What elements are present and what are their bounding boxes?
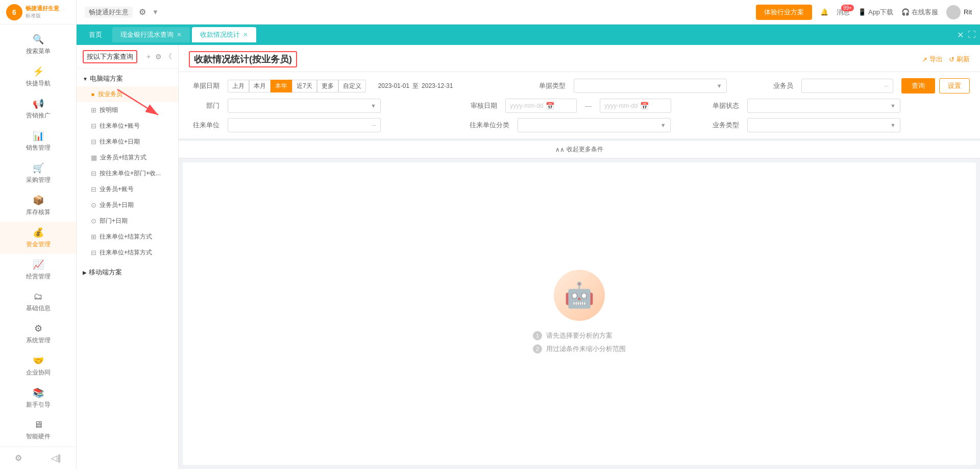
user-info[interactable]: Rit — [946, 5, 972, 19]
topbar-actions: 🔔 99+ 消息 📱 App下载 🎧 在线客服 Rit — [820, 5, 972, 19]
tab-maximize-icon[interactable]: ⛶ — [968, 30, 976, 39]
tab-collection-stat-close[interactable]: ✕ — [243, 31, 248, 38]
scheme-item-partner-settle1[interactable]: ⊞ 往来单位+结算方式 — [77, 229, 178, 245]
quicknav-icon: ⚡ — [33, 66, 44, 77]
scheme-item-detail[interactable]: ⊞ 按明细 — [77, 102, 178, 118]
sales-icon: 📊 — [33, 130, 44, 142]
partner-more-icon: ··· — [372, 122, 376, 128]
tab-collection-stat[interactable]: 收款情况统计 ✕ — [192, 27, 256, 42]
topbar-left: 畅捷通好生意 ⚙ ▼ — [85, 7, 159, 18]
tab-home[interactable]: 首页 — [81, 27, 110, 42]
sidebar-item-marketing[interactable]: 📢 营销推广 — [0, 93, 76, 125]
staff-settlement-icon: ▦ — [91, 154, 97, 161]
set-button[interactable]: 设置 — [939, 78, 970, 93]
staff-date-label: 业务员+日期 — [100, 201, 134, 209]
tab-bank-flow-close[interactable]: ✕ — [177, 31, 182, 38]
nav-label-inventory: 库存核算 — [26, 208, 51, 217]
tab-close-all-icon[interactable]: ✕ — [957, 30, 964, 40]
sidebar-item-purchase[interactable]: 🛒 采购管理 — [0, 157, 76, 190]
nav-label-guide: 新手引导 — [26, 401, 51, 409]
collapse-panel-btn[interactable]: 《 — [165, 52, 172, 61]
export-btn[interactable]: ↗ 导出 — [922, 55, 943, 64]
partner-date-icon: ⊟ — [91, 138, 96, 146]
sidebar-item-guide[interactable]: 📚 新手引导 — [0, 382, 76, 414]
topbar-settings-icon[interactable]: ⚙ — [139, 7, 146, 17]
refresh-btn[interactable]: ↺ 刷新 — [949, 55, 970, 64]
collapse-sidebar-btn[interactable]: ◁∥ — [51, 453, 61, 463]
staff-chevron: ··· — [884, 83, 889, 89]
scheme-item-partner-dept[interactable]: ⊟ 按往来单位+部门+收... — [77, 166, 178, 181]
add-scheme-btn[interactable]: ＋ — [145, 52, 152, 61]
scheme-item-staff-account[interactable]: ⊟ 业务员+账号 — [77, 181, 178, 197]
sidebar-item-inventory[interactable]: 📦 库存核算 — [0, 190, 76, 222]
empty-tip-1: 1 请先选择要分析的方案 — [533, 331, 626, 340]
sidebar-item-sales[interactable]: 📊 销售管理 — [0, 125, 76, 157]
query-button[interactable]: 查询 — [901, 78, 935, 93]
sidebar-item-basic[interactable]: 🗂 基础信息 — [0, 286, 76, 318]
topbar-dropdown-icon[interactable]: ▼ — [152, 8, 159, 16]
nav-label-sales: 销售管理 — [26, 144, 51, 152]
scheme-group-mobile: ▶ 移动端方案 — [77, 263, 178, 282]
sidebar-item-search[interactable]: 🔍 搜索菜单 — [0, 29, 76, 61]
sidebar-item-finance[interactable]: 💰 资金管理 — [0, 222, 76, 254]
biz-type-select[interactable]: ▼ — [747, 118, 900, 132]
scheme-item-dept-date[interactable]: ⊙ 部门+日期 — [77, 213, 178, 229]
refresh-icon: ↺ — [949, 56, 954, 63]
sidebar-item-system[interactable]: ⚙ 系统管理 — [0, 318, 76, 350]
date-tab-last-month[interactable]: 上月 — [228, 80, 249, 92]
dept-select[interactable]: ▼ — [228, 99, 381, 113]
date-from: 2023-01-01 — [378, 82, 409, 89]
sidebar-logo: 6 畅捷通好生意 标准版 — [0, 0, 76, 25]
review-date-to[interactable]: yyyy-mm-dd 📅 — [600, 99, 671, 113]
mobile-group-header[interactable]: ▶ 移动端方案 — [77, 265, 178, 280]
empty-tip-2: 2 用过滤条件来缩小分析范围 — [533, 344, 626, 354]
partner-select[interactable]: ··· — [228, 118, 381, 132]
date-tab-7days[interactable]: 近7天 — [292, 80, 317, 92]
desktop-group-label: 电脑端方案 — [90, 74, 123, 83]
sidebar-item-operation[interactable]: 📈 经营管理 — [0, 254, 76, 286]
settings-footer-btn[interactable]: ⚙ — [15, 453, 22, 463]
scheme-item-staff-settlement[interactable]: ▦ 业务员+结算方式 — [77, 150, 178, 166]
scheme-item-partner-settle2[interactable]: ⊟ 往来单位+结算方式 — [77, 245, 178, 261]
review-date-from[interactable]: yyyy-mm-dd 📅 — [505, 99, 577, 113]
doc-type-select[interactable]: ▼ — [574, 79, 727, 93]
partner-category-select[interactable]: ▼ — [518, 118, 671, 132]
date-tab-this-year[interactable]: 本年 — [271, 80, 292, 92]
demo-button[interactable]: 体验行业方案 — [756, 5, 812, 20]
sidebar-item-hardware[interactable]: 🖥 智能硬件 — [0, 414, 76, 446]
message-btn[interactable]: 🔔 99+ 消息 — [820, 8, 850, 17]
desktop-group-header[interactable]: ▼ 电脑端方案 — [77, 71, 178, 86]
date-tab-more[interactable]: 更多 — [317, 80, 338, 92]
scheme-item-partner-date[interactable]: ⊟ 往来单位+日期 — [77, 134, 178, 150]
export-icon: ↗ — [922, 56, 927, 63]
partner-category-label: 往来单位分类 — [470, 121, 509, 130]
doc-status-label: 单据状态 — [708, 101, 739, 110]
basic-icon: 🗂 — [34, 291, 43, 302]
date-tab-this-month[interactable]: 本月 — [249, 80, 271, 92]
scheme-item-staff-date[interactable]: ⊙ 业务员+日期 — [77, 197, 178, 213]
mobile-expand-icon: ▶ — [83, 270, 87, 275]
scheme-item-partner-account[interactable]: ⊟ 往来单位+账号 — [77, 118, 178, 134]
filter-panel: 按以下方案查询 ＋ ⚙ 《 — [77, 45, 179, 469]
edit-scheme-btn[interactable]: ⚙ — [155, 53, 162, 61]
staff-select[interactable]: ··· — [801, 79, 893, 93]
tab-bank-flow[interactable]: 现金银行流水查询 ✕ — [112, 27, 190, 42]
sidebar-item-quicknav[interactable]: ⚡ 快捷导航 — [0, 61, 76, 93]
review-date-to-placeholder: yyyy-mm-dd — [604, 102, 638, 109]
date-tab-custom[interactable]: 自定义 — [338, 80, 366, 92]
doc-status-select[interactable]: ▼ — [747, 99, 900, 113]
bell-icon: 🔔 — [820, 8, 828, 16]
system-icon: ⚙ — [34, 323, 42, 334]
user-name: Rit — [964, 8, 972, 16]
service-btn[interactable]: 🎧 在线客服 — [901, 8, 938, 17]
partner-label: 往来单位 — [189, 121, 219, 130]
detail-scheme-icon: ⊞ — [91, 106, 96, 114]
tab-bank-flow-label: 现金银行流水查询 — [120, 30, 174, 39]
calendar-icon-to: 📅 — [640, 102, 649, 110]
download-btn[interactable]: 📱 App下载 — [858, 8, 893, 17]
partner-dept-icon: ⊟ — [91, 170, 96, 177]
sidebar-item-enterprise[interactable]: 🤝 企业协同 — [0, 350, 76, 382]
collapse-more-btn[interactable]: ∧∧ 收起更多条件 — [555, 145, 603, 154]
date-tabs: 上月 本月 本年 近7天 更多 自定义 — [228, 80, 366, 92]
scheme-item-by-staff[interactable]: ● 按业务员 — [77, 86, 178, 102]
